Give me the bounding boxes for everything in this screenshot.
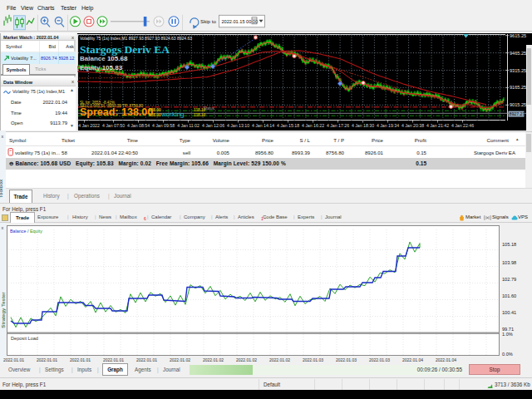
svg-text:4 Jan 08:54: 4 Jan 08:54	[127, 123, 150, 128]
svg-text:4 Jan 12:06: 4 Jan 12:06	[202, 123, 224, 128]
svg-text:118.10: 118.10	[194, 113, 206, 117]
svg-text:Skip to: Skip to	[200, 18, 216, 24]
svg-text:Balance 105.68: Balance 105.68	[80, 55, 128, 62]
svg-text:188.00: 188.00	[149, 108, 161, 112]
svg-text:4 Jan 2022: 4 Jan 2022	[78, 123, 100, 128]
svg-text:4 Jan 22:46: 4 Jan 22:46	[451, 123, 474, 128]
svg-text:Stargogs Deriv EA: Stargogs Deriv EA	[80, 43, 170, 56]
svg-text:9015.25: 9015.25	[510, 102, 526, 107]
svg-text:Status: Status	[204, 106, 215, 111]
svg-text:9465.25: 9465.25	[510, 51, 526, 56]
svg-text:9165.25: 9165.25	[510, 85, 526, 90]
svg-text:4 Jan 14:14: 4 Jan 14:14	[252, 123, 274, 128]
svg-text:Balance / Equity: Balance / Equity	[10, 229, 42, 234]
svg-text:9615.25: 9615.25	[510, 33, 526, 38]
svg-text:9315.25: 9315.25	[510, 68, 526, 73]
svg-text:Deposit Load: Deposit Load	[11, 336, 38, 341]
svg-text:4 Jan 21:42: 4 Jan 21:42	[426, 123, 449, 128]
svg-text:working: working	[160, 111, 185, 118]
svg-text:Equity 105.83: Equity 105.83	[80, 64, 123, 71]
svg-text:4 Jan 07:50: 4 Jan 07:50	[102, 123, 125, 128]
svg-text:8927.27: 8927.27	[510, 111, 525, 116]
svg-text:Spread: 138.00: Spread: 138.00	[80, 106, 153, 118]
svg-text:4 Jan 09:58: 4 Jan 09:58	[152, 123, 175, 128]
svg-text:Volatility 75 (1s) Index,M1 8: Volatility 75 (1s) Index,M1 8927.93 8927…	[80, 36, 192, 41]
svg-text:4 Jan 20:38: 4 Jan 20:38	[401, 123, 424, 128]
svg-text:4 Jan 19:34: 4 Jan 19:34	[377, 123, 399, 128]
svg-text:4 Jan 11:02: 4 Jan 11:02	[177, 123, 200, 128]
svg-text:4 Jan 18:30: 4 Jan 18:30	[352, 123, 374, 128]
svg-text:4 Jan 16:22: 4 Jan 16:22	[302, 123, 324, 128]
svg-text:2022.01.15 00:00: 2022.01.15 00:00	[222, 19, 259, 24]
svg-text:4 Jan 15:18: 4 Jan 15:18	[277, 123, 299, 128]
svg-text:4 Jan 17:26: 4 Jan 17:26	[327, 123, 349, 128]
svg-text:138.00: 138.00	[149, 113, 161, 117]
svg-text:4 Jan 13:10: 4 Jan 13:10	[227, 123, 249, 128]
